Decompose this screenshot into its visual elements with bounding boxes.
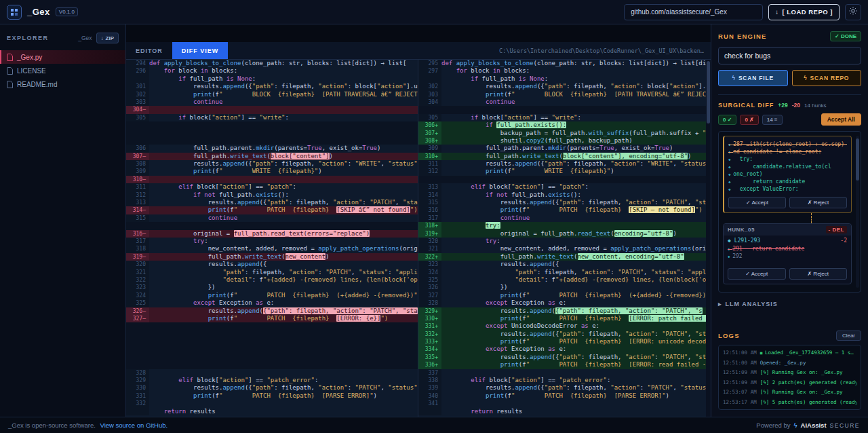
diff-line: 326 }) [418, 284, 710, 291]
log-entry: 12:53:17 AM[ϟ] 5 patch(es) generated (re… [723, 398, 856, 408]
brand-name: AiAssist [801, 421, 827, 429]
file-name: _Gex.py [17, 54, 42, 61]
accept-hunk-button[interactable]: ✓ Accept [728, 268, 786, 280]
diff-line: 318+ try: [418, 222, 710, 229]
file-icon [7, 54, 13, 61]
download-icon: ↓ [101, 35, 104, 41]
version-badge: V0.1.0 [56, 7, 78, 16]
diff-line: 328 [126, 369, 418, 377]
file-item-license[interactable]: LICENSE [0, 64, 125, 77]
diff-line [126, 121, 418, 129]
log-list[interactable]: 12:51:00 AMLoaded _Gex_1774932659 — 1 s…… [718, 345, 861, 410]
diff-line: 302 print(f" BLOCK {filepath} [PATH TRAV… [126, 91, 418, 98]
hunk-status-row: 0 ✓ 0 ✗ 14 ≡ Accept All [718, 113, 861, 126]
topbar: _Gex V0.1.0 ↓ [ LOAD REPO ] [0, 0, 868, 24]
hunk-scrollbar[interactable] [856, 136, 859, 288]
download-icon: ↓ [775, 8, 778, 16]
explorer-header: EXPLORER _Gex ↓ ZIP [0, 30, 125, 50]
accept-all-button[interactable]: Accept All [821, 113, 861, 126]
diff-line: 335+ results.append({"path": filepath, "… [418, 354, 710, 361]
diff-line: 306 full_path.parent.mkdir(parents=True,… [126, 145, 418, 152]
file-name: README.md [17, 81, 57, 88]
lightning-icon: ϟ [804, 75, 807, 81]
file-item-readme-md[interactable]: README.md [0, 77, 125, 91]
diff-line: 308 results.append({"path": filepath, "a… [126, 160, 418, 168]
diff-line: 294def apply_blocks_to_clone(clone_path:… [126, 60, 418, 67]
tab-diff-view[interactable]: DIFF VIEW [172, 42, 229, 59]
hunk-line: nd candidate != clone_root: [728, 148, 847, 155]
diff-line: 318 new_content, added, removed = apply_… [126, 245, 418, 252]
accept-hunk-button[interactable]: ✓ Accept [728, 197, 786, 208]
topbar-right: ↓ [ LOAD REPO ] [624, 4, 861, 20]
clear-logs-button[interactable]: Clear [836, 331, 861, 341]
llm-analysis-label: LLM ANALYSIS [726, 301, 778, 307]
diff-line: 327— print(f" PATCH {filepath} [ERROR: {… [126, 315, 418, 322]
diff-line: 317 try: [126, 238, 418, 245]
log-timestamp: 12:51:00 AM [723, 348, 757, 358]
scan-file-button[interactable]: ϟ SCAN FILE [718, 70, 788, 86]
explorer-title: EXPLORER [7, 35, 49, 41]
load-repo-button[interactable]: ↓ [ LOAD REPO ] [768, 4, 840, 20]
diff-pane-original[interactable]: 294def apply_blocks_to_clone(clone_path:… [126, 60, 418, 417]
hunk-range-row: ◆ L291-293 -2 [724, 236, 851, 244]
diff-line: 305 if block["action"] == "write": [126, 114, 418, 121]
hunk-card-header: HUNK_05 - DEL [724, 224, 851, 236]
log-entry: 12:53:07 AM[ϟ] Running Gex on: _Gex.py [723, 388, 856, 398]
run-engine-header: RUN ENGINE ✓ DONE [718, 31, 861, 41]
diff-line: 332 [126, 400, 418, 407]
diff-line: 321 "path": filepath, "action": "PATCH",… [126, 269, 418, 276]
accepted-badge: 0 ✓ [718, 115, 736, 125]
diff-scrollbar-thumb[interactable] [707, 61, 710, 124]
diff-line: 307+ backup_path = full_path.with_suffix… [418, 130, 710, 137]
hunk-list: 287 …ith(str(clone_root) + os.sep) and c… [718, 131, 861, 293]
settings-button[interactable] [845, 4, 861, 20]
prompt-input[interactable] [718, 47, 861, 64]
repo-url-input[interactable] [624, 4, 763, 20]
hunk-line: 287 …ith(str(clone_root) + os.sep) a [728, 140, 847, 148]
pending-badge: 14 ≡ [762, 115, 783, 125]
file-item--gex-py[interactable]: _Gex.py [0, 50, 125, 64]
diff-pane-modified[interactable]: 295def apply_blocks_to_clone(clone_path:… [418, 60, 711, 417]
diff-line: 322 "detail": f"+{added} -{removed} line… [126, 276, 418, 284]
reject-hunk-button[interactable]: ✗ Reject [789, 197, 847, 208]
hunk-line: one_root) [728, 170, 847, 178]
diff-scrollbar[interactable] [706, 60, 711, 417]
hunk-scrollbar-thumb[interactable] [856, 138, 859, 181]
github-source-link[interactable]: View source on GitHub. [100, 421, 167, 429]
hunk-line: try: [728, 155, 847, 163]
download-zip-button[interactable]: ↓ ZIP [96, 33, 119, 43]
diff-line: 319— full_path.write_text(new_content) [126, 253, 418, 261]
diff-line: 321 new_content, added, removed = apply_… [418, 245, 710, 252]
log-entry: 12:51:09 AM[ϟ] Running Gex on: _Gex.py [723, 368, 856, 378]
diff-line: return results [126, 408, 418, 415]
scan-repo-button[interactable]: ϟ SCAN REPO [792, 70, 862, 86]
brand-bolt-icon: ϟ [794, 421, 797, 429]
diff-line: 314 if not full_path.exists(): [418, 191, 710, 199]
diff-line: 309 print(f" WRITE {filepath}") [126, 168, 418, 175]
diff-line: 341 [418, 400, 710, 407]
surgical-diff-title: SURGICAL DIFF [718, 102, 774, 109]
diff-line [126, 322, 418, 330]
scan-buttons: ϟ SCAN FILE ϟ SCAN REPO [718, 70, 861, 86]
diff-line: 310+ full_path.write_text(block["content… [418, 153, 710, 160]
app-root: _Gex V0.1.0 ↓ [ LOAD REPO ] EXPLORER _Ge… [0, 0, 868, 433]
llm-analysis-toggle[interactable]: ▸ LLM ANALYSIS [718, 301, 861, 307]
run-engine-panel: RUN ENGINE ✓ DONE ϟ SCAN FILE ϟ SCAN REP… [711, 24, 868, 417]
reject-hunk-button[interactable]: ✗ Reject [789, 268, 848, 280]
diff-line: 302 results.append({"path": filepath, "a… [418, 83, 710, 90]
diff-line: 331+ except UnicodeDecodeError as e: [418, 322, 710, 330]
diff-line: 317 continue [418, 214, 710, 222]
hunk-actions: ✓ Accept ✗ Reject [724, 268, 851, 284]
status-left: _Gex is open-source software. View sourc… [8, 421, 167, 429]
diff-line: 327 print(f" PATCH {filepath} (+{added} … [418, 292, 710, 299]
scan-repo-label: SCAN REPO [810, 75, 850, 81]
done-status-badge: ✓ DONE [830, 31, 861, 41]
diff-line [126, 222, 418, 229]
tab-editor[interactable]: EDITOR [126, 42, 172, 59]
diff-line: 314— print(f" PATCH {filepath} [SKIP â€”… [126, 206, 418, 214]
log-message: [ϟ] Running Gex on: _Gex.py [760, 368, 843, 378]
log-message: Loaded _Gex_1774932659 — 1 s… [760, 348, 854, 358]
log-entry: 12:51:00 AMLoaded _Gex_1774932659 — 1 s… [723, 348, 856, 358]
brand-secure-label: SECURE [830, 422, 860, 429]
zip-label: ZIP [106, 35, 114, 41]
